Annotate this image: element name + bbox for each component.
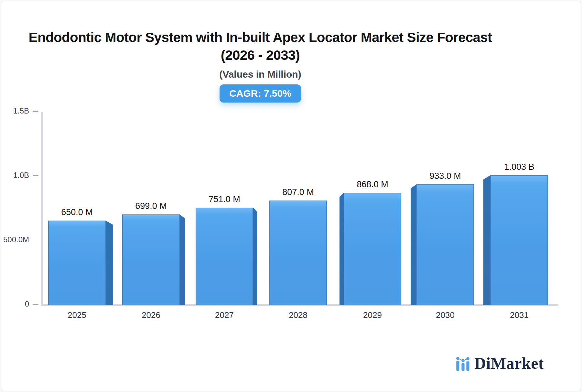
bar-value-label-2030: 933.0 M (404, 171, 487, 181)
y-tick-mark (33, 304, 38, 305)
bar-2031 (490, 175, 548, 305)
chart-canvas: Endodontic Motor System with In-built Ap… (0, 0, 582, 392)
bar-side-face-2026 (180, 214, 185, 305)
y-tick-label: 1.5B (0, 106, 29, 115)
bar-value-label-2028: 807.0 M (256, 187, 340, 197)
x-category-label-2026: 2026 (109, 310, 193, 320)
bar-value-label-2031: 1.003 B (478, 162, 561, 172)
bar-value-label-2029: 868.0 M (331, 180, 414, 190)
bar-value-label-2026: 699.0 M (109, 201, 193, 211)
y-tick-label: 0 (0, 299, 29, 309)
bar-2025 (48, 221, 106, 305)
dimarket-logo: DiMarket (456, 354, 544, 373)
bar-side-face-2027 (253, 208, 257, 305)
x-category-label-2029: 2029 (331, 310, 414, 320)
y-tick-mark (33, 111, 38, 112)
brand-name: DiMarket (474, 354, 544, 373)
x-category-label-2030: 2030 (404, 310, 487, 320)
bar-2030 (416, 184, 474, 305)
x-category-label-2025: 2025 (35, 310, 119, 320)
bar-side-face-2031 (483, 175, 490, 305)
x-category-label-2031: 2031 (478, 310, 561, 320)
y-tick-label: 1.0B (0, 171, 29, 180)
x-category-label-2028: 2028 (256, 310, 340, 320)
bar-chart-plot: 1.5B1.0B500.0M0650.0 M2025699.0 M2026751… (0, 0, 582, 392)
y-tick-mark (33, 175, 38, 176)
bar-2029 (344, 193, 401, 305)
bar-2027 (196, 208, 253, 305)
bar-2026 (122, 214, 180, 305)
bar-value-label-2027: 751.0 M (183, 194, 266, 204)
y-tick-label: 500.0M (0, 235, 29, 244)
bar-value-label-2025: 650.0 M (35, 207, 119, 217)
bar-2028 (269, 201, 327, 305)
bar-side-face-2029 (339, 193, 344, 305)
x-category-label-2027: 2027 (183, 310, 266, 320)
bar-side-face-2030 (411, 184, 416, 305)
dimarket-logo-icon (456, 356, 470, 371)
bar-side-face-2025 (106, 221, 113, 305)
